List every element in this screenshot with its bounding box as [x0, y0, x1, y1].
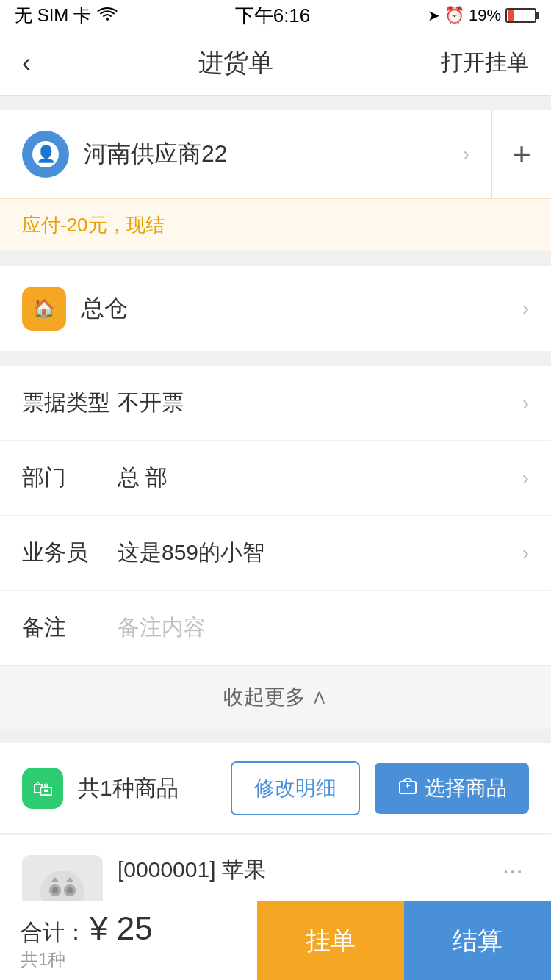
status-bar: 无 SIM 卡 下午6:16 ➤ ⏰ 19% [0, 0, 551, 31]
total-sub: 共1种 [21, 948, 237, 971]
salesperson-row[interactable]: 业务员 这是859的小智 › [0, 516, 551, 591]
invoice-value: 不开票 [118, 388, 522, 418]
products-count: 共1种商品 [78, 774, 216, 804]
chevron-right-icon: › [522, 297, 529, 320]
checkout-button[interactable]: 结算 [404, 901, 551, 980]
status-time: 下午6:16 [235, 3, 311, 29]
products-icon: 🛍 [22, 768, 63, 809]
battery-percent: 19% [469, 6, 501, 25]
select-product-button[interactable]: 选择商品 [375, 763, 529, 814]
nav-bar: ‹ 进货单 打开挂单 [0, 31, 551, 96]
department-value: 总 部 [118, 463, 522, 493]
chevron-right-icon: › [522, 392, 529, 415]
svg-point-0 [106, 18, 109, 21]
form-section: 票据类型 不开票 › 部门 总 部 › 业务员 这是859的小智 › 备注 备注… [0, 366, 551, 665]
product-name: [0000001] 苹果 [118, 855, 482, 885]
remark-row[interactable]: 备注 备注内容 [0, 591, 551, 665]
footer: 合计： ¥ 25 共1种 挂单 结算 [0, 901, 551, 980]
select-product-label: 选择商品 [425, 774, 507, 802]
warehouse-section[interactable]: 🏠 总仓 › [0, 266, 551, 351]
chevron-right-icon: › [522, 466, 529, 490]
checkout-label: 结算 [453, 924, 503, 958]
wifi-icon [97, 5, 118, 26]
location-icon: ➤ [428, 7, 440, 24]
cart-icon [397, 777, 419, 800]
main-content: 👤 河南供应商22 › + 应付-20元，现结 🏠 总仓 › 票据类型 不开票 … [0, 110, 551, 980]
total-amount: ¥ 25 [90, 910, 153, 947]
more-options-button[interactable]: ··· [497, 855, 529, 884]
svg-point-7 [52, 887, 58, 893]
salesperson-label: 业务员 [22, 538, 118, 568]
battery-icon [505, 8, 536, 23]
footer-total: 合计： ¥ 25 共1种 [0, 901, 257, 980]
bag-icon: 🛍 [32, 777, 53, 801]
supplier-name: 河南供应商22 [84, 138, 463, 170]
chevron-right-icon: › [522, 541, 529, 565]
alarm-icon: ⏰ [444, 6, 464, 25]
total-label: 合计： [21, 918, 87, 948]
home-icon: 🏠 [33, 298, 55, 319]
edit-detail-button[interactable]: 修改明细 [231, 761, 360, 815]
supplier-avatar: 👤 [22, 131, 69, 178]
warehouse-name: 总仓 [81, 292, 522, 325]
remark-label: 备注 [22, 613, 118, 643]
product-id: [0000001] [118, 857, 215, 882]
suspend-button[interactable]: 挂单 [257, 901, 404, 980]
supplier-selector[interactable]: 👤 河南供应商22 › [0, 110, 492, 198]
svg-point-8 [67, 887, 73, 893]
carrier-label: 无 SIM 卡 [15, 4, 91, 27]
invoice-type-row[interactable]: 票据类型 不开票 › [0, 366, 551, 441]
salesperson-value: 这是859的小智 [118, 538, 522, 568]
products-header: 🛍 共1种商品 修改明细 选择商品 [0, 743, 551, 833]
remark-input[interactable]: 备注内容 [118, 613, 529, 643]
open-suspend-button[interactable]: 打开挂单 [441, 48, 529, 78]
department-row[interactable]: 部门 总 部 › [0, 441, 551, 516]
chevron-right-icon: › [463, 143, 469, 166]
product-title: 苹果 [222, 857, 266, 882]
suspend-label: 挂单 [306, 924, 356, 958]
person-icon: 👤 [36, 145, 56, 164]
page-title: 进货单 [198, 46, 273, 80]
collapse-button[interactable]: 收起更多 ∧ [0, 665, 551, 729]
status-left: 无 SIM 卡 [15, 4, 118, 27]
collapse-label: 收起更多 ∧ [223, 683, 328, 711]
supplier-section: 👤 河南供应商22 › + [0, 110, 551, 198]
back-button[interactable]: ‹ [22, 48, 31, 79]
add-supplier-button[interactable]: + [492, 110, 551, 198]
status-right: ➤ ⏰ 19% [428, 6, 536, 25]
alert-banner: 应付-20元，现结 [0, 198, 551, 251]
warehouse-icon: 🏠 [22, 287, 66, 331]
invoice-label: 票据类型 [22, 388, 118, 418]
department-label: 部门 [22, 463, 118, 493]
